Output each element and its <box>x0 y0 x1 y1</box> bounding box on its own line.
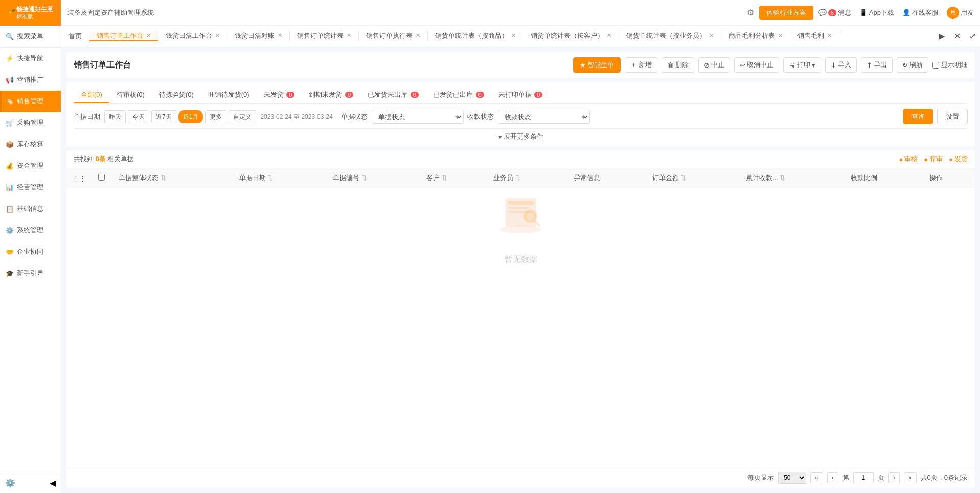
query-btn[interactable]: 查询 <box>903 109 933 124</box>
export-btn[interactable]: ⬆ 导出 <box>861 57 893 73</box>
tab-sales-exec[interactable]: 销售订单执行表 ✕ <box>359 31 428 40</box>
sidebar-item-basic[interactable]: 📋 基础信息 <box>0 198 61 219</box>
sidebar-item-inventory[interactable]: 📦 库存核算 <box>0 133 61 155</box>
show-detail-label[interactable]: 显示明细 <box>932 60 968 70</box>
filter-tab-pending-inspect[interactable]: 待拣验货(0) <box>152 87 201 103</box>
sidebar-item-search[interactable]: 🔍 搜索菜单 <box>0 26 61 48</box>
tab-close-all-btn[interactable]: ✕ <box>949 31 965 41</box>
ship-btn[interactable]: ● 发货 <box>949 154 968 164</box>
stop-btn[interactable]: ⊘ 中止 <box>698 57 730 73</box>
sidebar-item-operation[interactable]: 📊 经营管理 <box>0 176 61 198</box>
sidebar-item-system[interactable]: ⚙️ 系统管理 <box>0 219 61 241</box>
operation-icon: 📊 <box>6 184 14 191</box>
purchase-icon: 🛒 <box>6 119 14 127</box>
sort-icon-date[interactable]: ⇅ <box>267 174 273 182</box>
sort-icon-number[interactable]: ⇅ <box>361 174 367 182</box>
sidebar-collapse-icon[interactable]: ◀ <box>50 478 56 488</box>
select-all-checkbox[interactable] <box>98 174 105 181</box>
sidebar-item-quicknav[interactable]: ⚡ 快捷导航 <box>0 48 61 69</box>
tab-close-gross-profit[interactable]: ✕ <box>778 32 783 39</box>
sidebar-item-coop[interactable]: 🤝 企业协同 <box>0 241 61 262</box>
filter-tab-overdue[interactable]: 到期未发货 0 <box>302 87 360 103</box>
tab-cash-reconcile[interactable]: 钱货日清对账 ✕ <box>227 31 290 40</box>
filter-tab-not-printed[interactable]: 未打印单据 0 <box>491 87 550 103</box>
tab-sales-more[interactable]: 销售毛利 ✕ <box>790 31 839 40</box>
tab-close-sales-summary-customer[interactable]: ✕ <box>607 32 611 39</box>
next-page-btn[interactable]: › <box>888 472 900 483</box>
filter-tab-shipped-out[interactable]: 已发货已出库 0 <box>426 87 491 103</box>
add-btn[interactable]: ＋ 新增 <box>625 57 657 73</box>
payment-select[interactable]: 收款状态 <box>498 110 590 124</box>
filter-tab-pending-review[interactable]: 待审核(0) <box>109 87 152 103</box>
tab-close-cash-daily[interactable]: ✕ <box>215 32 220 39</box>
date-btn-today[interactable]: 今天 <box>128 110 149 123</box>
tab-gross-profit[interactable]: 商品毛利分析表 ✕ <box>721 31 790 40</box>
filter-tab-not-shipped[interactable]: 未发货 0 <box>257 87 302 103</box>
date-btn-1month[interactable]: 近1月 <box>178 110 203 123</box>
logo-text-line2: 标准版 <box>16 13 53 20</box>
date-btn-more[interactable]: 更多 <box>205 110 226 123</box>
cancel-stop-btn[interactable]: ↩ 取消中止 <box>734 57 779 73</box>
tab-close-sales-workbench[interactable]: ✕ <box>146 32 151 39</box>
tab-close-sales-more[interactable]: ✕ <box>827 32 832 39</box>
online-service-btn[interactable]: 👤 在线客服 <box>902 8 939 17</box>
print-btn[interactable]: 🖨 打印 ▾ <box>783 57 821 73</box>
show-detail-checkbox[interactable] <box>932 62 939 69</box>
message-btn[interactable]: 💬 6 消息 <box>818 8 851 17</box>
tab-sales-summary-product[interactable]: 销货单统计表（按商品） ✕ <box>428 31 523 40</box>
sort-icon-status[interactable]: ⇅ <box>161 174 166 182</box>
date-btn-7days[interactable]: 近7天 <box>151 110 176 123</box>
tab-sales-summary-staff[interactable]: 销货单统计表（按业务员） ✕ <box>619 31 721 40</box>
page-input[interactable] <box>853 472 874 483</box>
tab-close-sales-stats[interactable]: ✕ <box>347 32 351 39</box>
page-unit: 页 <box>878 473 884 482</box>
refresh-btn[interactable]: ↻ 刷新 <box>897 57 928 73</box>
empty-illustration <box>490 188 552 249</box>
user-btn[interactable]: 用 用友 <box>947 7 974 19</box>
tab-close-sales-exec[interactable]: ✕ <box>416 32 420 39</box>
tab-sales-workbench[interactable]: 销售订单工作台 ✕ <box>89 31 158 41</box>
delete-btn[interactable]: 🗑 删除 <box>662 57 694 73</box>
sidebar-item-marketing[interactable]: 📢 营销推广 <box>0 69 61 91</box>
filter-tab-shipped-not-out[interactable]: 已发货未出库 0 <box>360 87 426 103</box>
tab-home[interactable]: 首页 <box>61 26 89 47</box>
expand-conditions-btn[interactable]: ▾ 展开更多条件 <box>498 132 543 141</box>
app-download-btn[interactable]: 📱 App下载 <box>859 8 894 17</box>
sort-icon-staff[interactable]: ⇅ <box>515 174 521 182</box>
tab-close-sales-summary-product[interactable]: ✕ <box>511 32 516 39</box>
date-btn-custom[interactable]: 自定义 <box>229 110 256 123</box>
filter-settings-btn[interactable]: 设置 <box>937 109 968 124</box>
sort-icon-collected[interactable]: ⇅ <box>780 174 785 182</box>
sidebar-item-guide[interactable]: 🎓 新手引导 <box>0 262 61 284</box>
tab-close-sales-summary-staff[interactable]: ✕ <box>709 32 714 39</box>
tab-more-btn[interactable]: ▶ <box>934 31 949 41</box>
tab-sales-summary-customer[interactable]: 销货单统计表（按客户） ✕ <box>523 31 619 40</box>
table-scroll[interactable]: ⋮⋮ 单据整体状态 ⇅ 单据日期 ⇅ <box>66 168 975 467</box>
tab-close-cash-reconcile[interactable]: ✕ <box>278 32 282 39</box>
sidebar-item-finance[interactable]: 💰 资金管理 <box>0 155 61 176</box>
review-btn[interactable]: ● 审核 <box>899 154 918 164</box>
tab-maximize-btn[interactable]: ⤢ <box>965 31 980 41</box>
tab-sales-stats[interactable]: 销售订单统计表 ✕ <box>290 31 359 40</box>
sort-icon-amount[interactable]: ⇅ <box>680 174 686 182</box>
sidebar-item-purchase[interactable]: 🛒 采购管理 <box>0 112 61 133</box>
sidebar-settings-icon[interactable]: ⚙️ <box>5 478 15 488</box>
filter-tab-wangpu[interactable]: 旺铺待发货(0) <box>201 87 257 103</box>
cancel-review-btn[interactable]: ● 弃审 <box>924 154 943 164</box>
settings-gear-icon[interactable]: ⚙ <box>747 8 754 17</box>
date-btn-yesterday[interactable]: 昨天 <box>104 110 126 123</box>
page-size-select[interactable]: 50 100 200 <box>778 472 806 484</box>
sort-icon-customer[interactable]: ⇅ <box>442 174 447 182</box>
import-btn[interactable]: ⬇ 导入 <box>825 57 857 73</box>
trial-btn[interactable]: 体验行业方案 <box>759 6 813 20</box>
message-badge: 6 <box>828 9 836 16</box>
tab-cash-daily[interactable]: 钱货日清工作台 ✕ <box>158 31 227 40</box>
sidebar-bottom: ⚙️ ◀ <box>0 473 61 493</box>
first-page-btn[interactable]: « <box>810 472 823 483</box>
sidebar-item-sales[interactable]: 🏷️ 销售管理 <box>0 91 61 112</box>
status-select[interactable]: 单据状态 <box>372 110 464 124</box>
last-page-btn[interactable]: » <box>904 472 917 483</box>
prev-page-btn[interactable]: ‹ <box>827 472 838 483</box>
smart-create-btn[interactable]: ★ 智能生单 <box>573 57 621 73</box>
filter-tab-all[interactable]: 全部(0) <box>74 87 109 103</box>
